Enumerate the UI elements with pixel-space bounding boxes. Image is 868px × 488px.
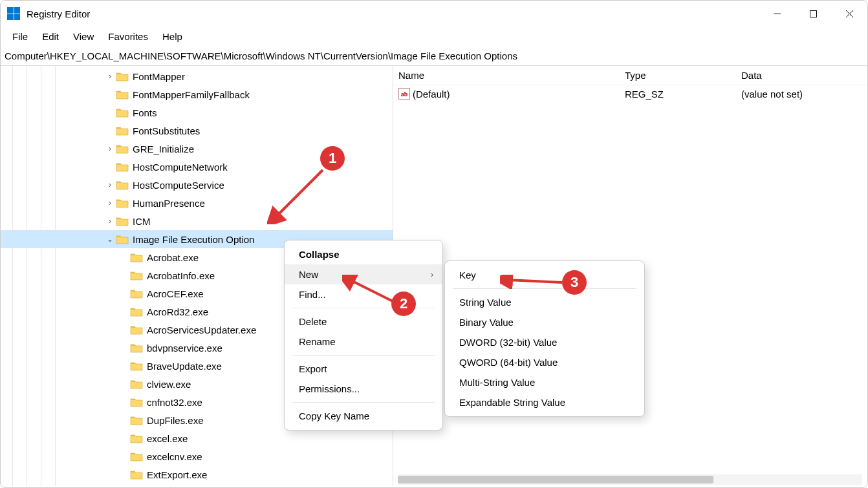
folder-icon <box>116 216 129 226</box>
tree-item-label: Image File Execution Option <box>133 234 254 245</box>
menu-separator <box>292 402 435 403</box>
menu-item[interactable]: Copy Key Name <box>285 406 442 426</box>
tree-item[interactable]: excelcnv.exe <box>1 447 393 465</box>
menu-item-label: New <box>299 269 318 280</box>
menu-item-label: Find... <box>299 289 326 300</box>
svg-rect-1 <box>810 10 816 17</box>
menu-item[interactable]: DWORD (32-bit) Value <box>445 332 644 352</box>
tree-item[interactable]: ExtExport.exe <box>1 465 393 483</box>
tree-item-label: Acrobat.exe <box>147 252 199 263</box>
tree-item-label: AcroCEF.exe <box>147 288 204 299</box>
tree-item-label: FontMapper <box>133 71 185 82</box>
svg-line-5 <box>350 280 394 302</box>
menu-separator <box>292 355 435 355</box>
address-bar[interactable]: Computer\HKEY_LOCAL_MACHINE\SOFTWARE\Mic… <box>1 48 867 66</box>
menu-item-label: Rename <box>299 336 336 347</box>
chevron-right-icon[interactable]: › <box>104 72 116 81</box>
folder-icon <box>116 198 129 208</box>
menu-item-label: String Value <box>459 297 512 308</box>
menu-item-label: Collapse <box>299 249 340 260</box>
value-data: (value not set) <box>736 89 867 100</box>
tree-item-label: ExtExport.exe <box>147 469 207 480</box>
horizontal-scrollbar[interactable] <box>398 474 862 485</box>
folder-icon <box>130 306 143 317</box>
folder-icon <box>130 252 143 262</box>
folder-icon <box>130 361 143 371</box>
menu-item-label: Multi-String Value <box>459 377 535 388</box>
tree-item[interactable]: ›FontMapper <box>1 67 393 85</box>
menu-item[interactable]: Delete <box>285 312 442 332</box>
menu-item-label: Permissions... <box>299 383 360 394</box>
folder-icon <box>116 234 129 244</box>
tree-item-label: excelcnv.exe <box>147 451 202 462</box>
chevron-right-icon[interactable]: › <box>104 180 116 189</box>
menu-item-label: Delete <box>299 316 327 327</box>
menu-item[interactable]: Export <box>285 359 442 379</box>
tree-item[interactable]: ›ICM <box>1 212 393 230</box>
chevron-down-icon[interactable]: ⌄ <box>104 235 116 244</box>
app-icon <box>7 7 20 20</box>
menu-item[interactable]: Expandable String Value <box>445 392 644 412</box>
folder-icon <box>130 270 143 281</box>
close-button[interactable] <box>831 1 867 27</box>
folder-icon <box>116 125 129 136</box>
tree-item-label: DupFiles.exe <box>147 415 204 426</box>
menu-favorites[interactable]: Favorites <box>102 29 155 44</box>
menu-edit[interactable]: Edit <box>36 29 65 44</box>
tree-item-label: FontMapperFamilyFallback <box>133 89 250 100</box>
folder-icon <box>116 162 129 172</box>
chevron-right-icon: › <box>431 270 433 279</box>
tree-item-label: AcroRd32.exe <box>147 306 208 317</box>
value-name: (Default) <box>413 89 450 100</box>
menu-item[interactable]: String Value <box>445 292 644 312</box>
string-value-icon: ab <box>398 88 410 100</box>
tree-item[interactable]: ›HostComputeService <box>1 176 393 194</box>
folder-icon <box>130 324 143 335</box>
folder-icon <box>130 397 143 407</box>
tree-item[interactable]: Fonts <box>1 103 393 122</box>
list-row[interactable]: ab(Default)REG_SZ(value not set) <box>393 85 867 102</box>
svg-line-6 <box>508 280 562 282</box>
chevron-right-icon[interactable]: › <box>104 144 116 153</box>
menu-view[interactable]: View <box>67 29 100 44</box>
col-name[interactable]: Name <box>393 70 620 81</box>
tree-item[interactable]: excel.exe <box>1 429 393 447</box>
menu-item[interactable]: Multi-String Value <box>445 372 644 392</box>
col-data[interactable]: Data <box>736 70 867 81</box>
menu-item-label: Binary Value <box>459 317 514 328</box>
tree-item-label: AcrobatInfo.exe <box>147 270 215 281</box>
menu-help[interactable]: Help <box>156 29 189 44</box>
chevron-right-icon[interactable]: › <box>104 198 116 207</box>
folder-icon <box>130 415 143 425</box>
chevron-right-icon[interactable]: › <box>104 217 116 226</box>
minimize-button[interactable] <box>759 1 795 27</box>
menu-item[interactable]: Binary Value <box>445 312 644 332</box>
menu-item-label: QWORD (64-bit) Value <box>459 357 558 368</box>
scrollbar-thumb[interactable] <box>398 476 713 483</box>
tree-item[interactable]: FontSubstitutes <box>1 122 393 140</box>
tree-item[interactable]: ›HumanPresence <box>1 194 393 212</box>
menu-file[interactable]: File <box>6 29 34 44</box>
menu-item[interactable]: Rename <box>285 332 442 352</box>
list-header[interactable]: Name Type Data <box>393 66 867 85</box>
maximize-button[interactable] <box>795 1 831 27</box>
col-type[interactable]: Type <box>620 70 736 81</box>
svg-line-4 <box>276 170 323 217</box>
menu-item[interactable]: Permissions... <box>285 379 442 399</box>
context-menu[interactable]: CollapseNew›Find...DeleteRenameExportPer… <box>284 240 443 430</box>
callout-2: 2 <box>391 292 416 316</box>
menu-item-label: DWORD (32-bit) Value <box>459 337 557 348</box>
folder-icon <box>130 433 143 443</box>
arrow-2 <box>342 275 398 307</box>
tree-item-label: clview.exe <box>147 379 191 390</box>
menu-item[interactable]: QWORD (64-bit) Value <box>445 352 644 372</box>
tree-item[interactable]: FontMapperFamilyFallback <box>1 85 393 103</box>
folder-icon <box>130 343 143 353</box>
window-title: Registry Editor <box>27 8 90 19</box>
tree-item-label: bdvpnservice.exe <box>147 343 222 354</box>
menu-item-label: Copy Key Name <box>299 410 369 421</box>
folder-icon <box>130 451 143 461</box>
tree-item-label: excel.exe <box>147 433 188 444</box>
menu-item[interactable]: Collapse <box>285 244 442 264</box>
tree-item-label: GRE_Initialize <box>133 143 194 154</box>
